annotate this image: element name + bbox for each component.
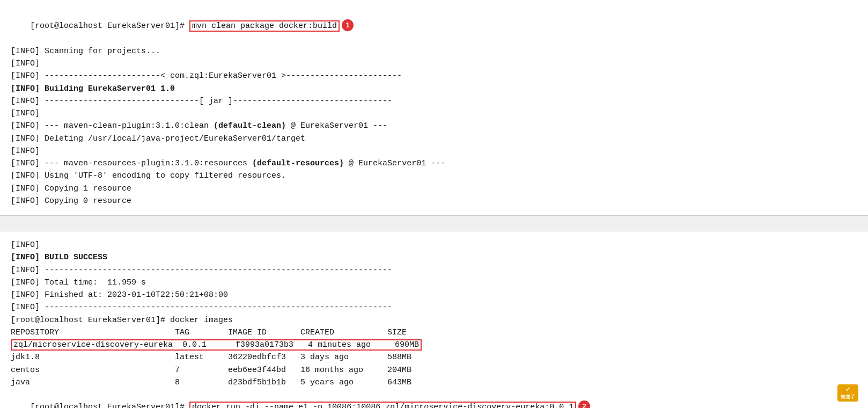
docker-row-2: jdk1.8 latest 36220edbfcf3 3 days ago 58…	[11, 351, 857, 363]
terminal-line-11: [INFO] --- maven-resources-plugin:3.1.0:…	[11, 157, 857, 170]
bottom-line-3: [INFO] ---------------------------------…	[11, 264, 857, 276]
terminal-line-6: [INFO] --------------------------------[…	[11, 95, 857, 107]
terminal-line-14: [INFO] Copying 0 resource	[11, 195, 857, 207]
bottom-line-7: [root@localhost EurekaServer01]# docker …	[11, 314, 857, 326]
docker-row-1: zql/microservice-discovery-eureka 0.0.1 …	[11, 339, 857, 351]
command-1-boxed: mvn clean package docker:build	[189, 20, 340, 32]
terminal-line-10: [INFO]	[11, 145, 857, 157]
terminal-line-3: [INFO]	[11, 57, 857, 70]
watermark-inner: ✓ 知道了	[837, 384, 858, 402]
watermark-text: 知道了	[841, 394, 855, 399]
bottom-line-4: [INFO] Total time: 11.959 s	[11, 276, 857, 289]
terminal-line-7: [INFO]	[11, 107, 857, 120]
terminal-line-2: [INFO] Scanning for projects...	[11, 45, 857, 57]
terminal-line-12: [INFO] Using 'UTF-8' encoding to copy fi…	[11, 170, 857, 182]
terminal-line-8: [INFO] --- maven-clean-plugin:3.1.0:clea…	[11, 120, 857, 132]
docker-run-line: [root@localhost EurekaServer01]# docker …	[11, 389, 857, 408]
terminal-line-9: [INFO] Deleting /usr/local/java-project/…	[11, 133, 857, 145]
terminal-line-5: [INFO] Building EurekaServer01 1.0	[11, 83, 857, 95]
terminal-line-4: [INFO] ------------------------< com.zql…	[11, 70, 857, 82]
watermark-check: ✓	[845, 386, 850, 392]
docker-row-4: java 8 d23bdf5b1b1b 5 years ago 643MB	[11, 376, 857, 389]
watermark: ✓ 知道了	[832, 382, 864, 404]
bottom-line-6: [INFO] ---------------------------------…	[11, 301, 857, 314]
terminal-line-1: [root@localhost EurekaServer01]# mvn cle…	[11, 8, 857, 45]
docker-table-header: REPOSITORY TAG IMAGE ID CREATED SIZE	[11, 326, 857, 339]
divider-gap	[0, 215, 868, 231]
terminal-bottom: [INFO] [INFO] BUILD SUCCESS [INFO] -----…	[0, 231, 868, 408]
bottom-line-5: [INFO] Finished at: 2023-01-10T22:50:21+…	[11, 289, 857, 301]
docker-row-3: centos 7 eeb6ee3f44bd 16 months ago 204M…	[11, 364, 857, 376]
prompt-1: [root@localhost EurekaServer01]#	[30, 21, 189, 31]
bottom-line-2: [INFO] BUILD SUCCESS	[11, 251, 857, 264]
terminal-top: [root@localhost EurekaServer01]# mvn cle…	[0, 0, 868, 215]
bottom-line-1: [INFO]	[11, 239, 857, 251]
run-command-boxed: docker run -di --name e1 -p 10086:10086 …	[189, 402, 576, 408]
terminal-line-13: [INFO] Copying 1 resource	[11, 183, 857, 195]
badge-2: 2	[578, 400, 590, 408]
run-prompt: [root@localhost EurekaServer01]#	[30, 403, 189, 408]
badge-1: 1	[342, 19, 354, 31]
